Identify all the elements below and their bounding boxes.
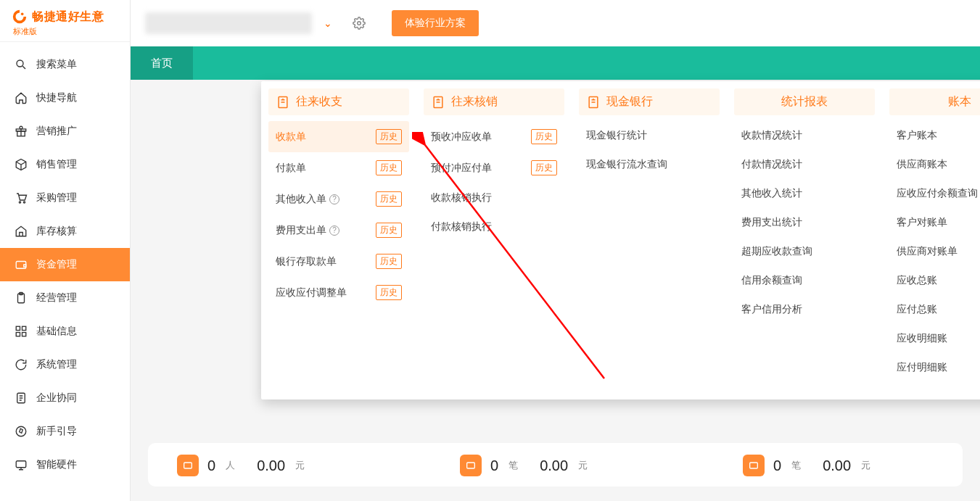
loop-icon [15, 358, 28, 371]
flyout-item[interactable]: 其他收入统计 [734, 179, 875, 208]
compass-icon [15, 425, 28, 438]
sidebar-item-label: 系统管理 [36, 358, 77, 371]
flyout-item[interactable]: 银行存取款单历史 [268, 246, 409, 277]
svg-point-0 [21, 13, 24, 16]
flyout-item[interactable]: 收款单历史 [268, 121, 409, 152]
stat-amount: 0.00 [823, 457, 851, 474]
svg-rect-10 [22, 326, 26, 330]
help-icon[interactable]: ? [329, 225, 339, 236]
history-badge[interactable]: 历史 [376, 160, 402, 175]
flyout-item-label: 现金银行统计 [586, 129, 647, 142]
flyout-column-4: 账本客户账本供应商账本应收应付余额查询客户对账单供应商对账单应收总账应付总账应收… [882, 88, 980, 382]
chevron-down-icon[interactable]: ⌄ [324, 17, 332, 29]
sidebar-item-11[interactable]: 新手引导 [0, 415, 130, 448]
svg-point-14 [16, 426, 26, 436]
flyout-item-label: 预付冲应付单 [431, 162, 492, 175]
flyout-item-label: 付款情况统计 [741, 158, 802, 171]
stat-icon [743, 455, 765, 476]
sidebar-item-9[interactable]: 系统管理 [0, 348, 130, 381]
flyout-item[interactable]: 信用余额查询 [734, 266, 875, 295]
flyout-item[interactable]: 付款单历史 [268, 152, 409, 183]
cube-icon [15, 158, 28, 171]
flyout-item[interactable]: 付款核销执行 [424, 212, 564, 241]
org-selector-blurred[interactable] [145, 12, 312, 34]
history-badge[interactable]: 历史 [376, 191, 402, 207]
help-icon[interactable]: ? [329, 194, 339, 204]
logo-area: 畅捷通好生意 标准版 [0, 0, 130, 42]
history-badge[interactable]: 历史 [376, 285, 402, 300]
stat-icon [177, 455, 199, 476]
flyout-item[interactable]: 费用支出统计 [734, 208, 875, 237]
flyout-item[interactable]: 应付明细账 [889, 353, 980, 382]
sidebar-item-label: 基础信息 [36, 325, 77, 338]
tv-icon [15, 458, 28, 471]
sidebar-item-12[interactable]: 智能硬件 [0, 448, 130, 481]
brand-logo-icon [12, 9, 28, 25]
sidebar-item-2[interactable]: 营销推广 [0, 115, 130, 148]
sidebar-item-3[interactable]: 销售管理 [0, 148, 130, 181]
flyout-item-label: 应收明细账 [897, 332, 947, 345]
flyout-item[interactable]: 客户信用分析 [734, 295, 875, 324]
flyout-item[interactable]: 客户账本 [889, 121, 980, 150]
stat-count: 0 [490, 457, 498, 474]
topbar: ⌄ 体验行业方案 [131, 0, 980, 46]
flyout-item[interactable]: 应收应付调整单历史 [268, 277, 409, 308]
flyout-item-label: 费用支出统计 [741, 216, 802, 229]
flyout-item-label: 应收总账 [897, 274, 937, 287]
svg-point-16 [358, 22, 361, 25]
gear-icon[interactable] [353, 17, 366, 30]
flyout-item[interactable]: 应收总账 [889, 266, 980, 295]
sidebar-item-5[interactable]: 库存核算 [0, 215, 130, 248]
grid-icon [15, 325, 28, 338]
flyout-item[interactable]: 供应商对账单 [889, 237, 980, 266]
history-badge[interactable]: 历史 [376, 254, 402, 269]
history-badge[interactable]: 历史 [531, 129, 557, 144]
svg-rect-15 [16, 461, 26, 468]
stat-count: 0 [207, 457, 215, 474]
stat-amount: 0.00 [540, 457, 568, 474]
flyout-item-label: 付款单 [276, 162, 306, 175]
flyout-item[interactable]: 超期应收款查询 [734, 237, 875, 266]
flyout-item-label: 收款单 [276, 131, 306, 144]
sidebar-item-label: 企业协同 [36, 392, 77, 405]
flyout-item-label: 客户账本 [897, 129, 937, 142]
flyout-item-label: 信用余额查询 [741, 274, 802, 287]
svg-rect-18 [184, 463, 192, 468]
search-icon [15, 58, 28, 71]
home-icon [15, 91, 28, 104]
flyout-item[interactable]: 预付冲应付单历史 [424, 152, 564, 183]
svg-point-1 [17, 60, 23, 67]
flyout-item[interactable]: 费用支出单?历史 [268, 215, 409, 246]
sidebar-item-8[interactable]: 基础信息 [0, 315, 130, 348]
history-badge[interactable]: 历史 [376, 129, 402, 144]
stat-card: 0人 0.00元 [177, 455, 305, 476]
flyout-item[interactable]: 应收应付余额查询 [889, 179, 980, 208]
sidebar-item-7[interactable]: 经营管理 [0, 281, 130, 315]
flyout-column-2: 现金银行现金银行统计现金银行流水查询 [572, 88, 727, 382]
sidebar: 畅捷通好生意 标准版 搜索菜单快捷导航营销推广销售管理采购管理库存核算资金管理经… [0, 0, 131, 501]
flyout-item[interactable]: 现金银行流水查询 [579, 150, 720, 179]
sidebar-item-4[interactable]: 采购管理 [0, 181, 130, 215]
app-root: 畅捷通好生意 标准版 搜索菜单快捷导航营销推广销售管理采购管理库存核算资金管理经… [0, 0, 980, 501]
sidebar-item-label: 智能硬件 [36, 458, 77, 471]
sidebar-item-6[interactable]: 资金管理 [0, 248, 130, 281]
svg-rect-12 [22, 333, 26, 336]
sidebar-item-0[interactable]: 搜索菜单 [0, 48, 130, 81]
cart-icon [15, 191, 28, 204]
flyout-item[interactable]: 付款情况统计 [734, 150, 875, 179]
flyout-item[interactable]: 预收冲应收单历史 [424, 121, 564, 152]
flyout-item[interactable]: 应收明细账 [889, 324, 980, 353]
try-industry-button[interactable]: 体验行业方案 [392, 10, 479, 36]
flyout-item[interactable]: 收款情况统计 [734, 121, 875, 150]
flyout-item[interactable]: 客户对账单 [889, 208, 980, 237]
sidebar-item-10[interactable]: 企业协同 [0, 381, 130, 415]
flyout-item[interactable]: 供应商账本 [889, 150, 980, 179]
tab-home[interactable]: 首页 [131, 46, 193, 80]
sidebar-item-1[interactable]: 快捷导航 [0, 81, 130, 115]
flyout-item[interactable]: 其他收入单?历史 [268, 183, 409, 215]
flyout-item[interactable]: 收款核销执行 [424, 183, 564, 212]
flyout-item[interactable]: 应付总账 [889, 295, 980, 324]
history-badge[interactable]: 历史 [531, 160, 557, 175]
history-badge[interactable]: 历史 [376, 223, 402, 238]
flyout-item[interactable]: 现金银行统计 [579, 121, 720, 150]
